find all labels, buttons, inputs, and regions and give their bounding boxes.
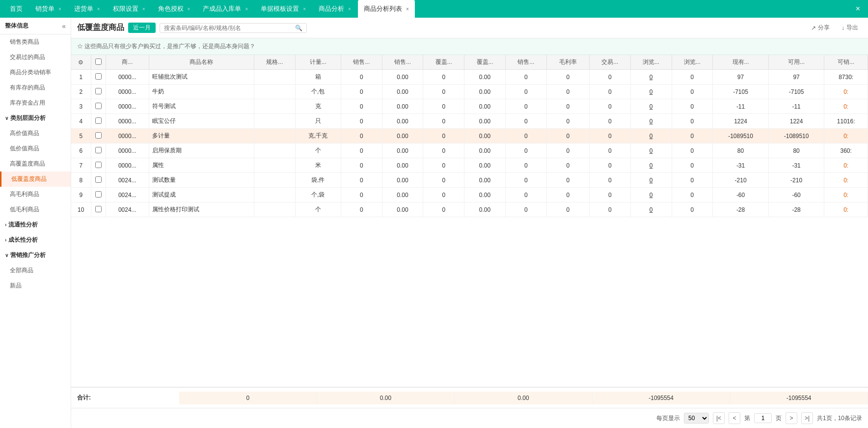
page-nav-next[interactable]: > — [786, 412, 797, 424]
close-tab-templates[interactable]: × — [303, 6, 306, 12]
sidebar-item-low-coverage[interactable]: 低覆盖度商品 — [0, 171, 71, 187]
time-filter-btn[interactable]: 近一月 — [128, 23, 156, 33]
col-name[interactable]: 商品名称 — [149, 55, 254, 70]
close-tab-permissions[interactable]: × — [142, 6, 145, 12]
sidebar-item-high-value[interactable]: 高价值商品 — [0, 126, 71, 141]
close-tab-sales[interactable]: × — [58, 6, 61, 12]
cell-trade: 0 — [589, 70, 630, 85]
cell-browse1[interactable]: 0 — [630, 85, 672, 99]
cell-checkbox[interactable] — [91, 202, 106, 217]
sidebar-item-all-goods[interactable]: 全部商品 — [0, 263, 71, 278]
search-icon[interactable]: 🔍 — [295, 25, 302, 31]
col-cov2[interactable]: 覆盖... — [464, 55, 506, 70]
col-spec[interactable]: 规格... — [254, 55, 295, 70]
sidebar-item-high-profit[interactable]: 高毛利商品 — [0, 187, 71, 202]
cell-checkbox[interactable] — [91, 99, 106, 114]
settings-icon[interactable]: ⚙ — [78, 59, 83, 66]
cell-checkbox[interactable] — [91, 114, 106, 129]
export-button[interactable]: ↓ 导出 — [838, 22, 862, 34]
cell-checkbox[interactable] — [91, 85, 106, 99]
sidebar-item-low-profit[interactable]: 低毛利商品 — [0, 202, 71, 217]
per-page-select[interactable]: 50 20 100 — [684, 413, 709, 424]
cell-browse1[interactable]: 0 — [630, 188, 672, 202]
cell-checkbox[interactable] — [91, 173, 106, 188]
sidebar-section-marketing[interactable]: ∨ 营销推广分析 — [0, 248, 71, 263]
col-sales-amt[interactable]: 销售... — [382, 55, 423, 70]
page-number-input[interactable] — [754, 413, 772, 423]
cell-cov2: 0.00 — [464, 114, 506, 129]
col-settings[interactable]: ⚙ — [71, 55, 91, 70]
close-tab-analysis-list[interactable]: × — [406, 6, 409, 12]
sidebar-section-growth[interactable]: › 成长性分析 — [0, 232, 71, 248]
select-all-checkbox[interactable] — [95, 58, 102, 65]
col-unit[interactable]: 计量... — [295, 55, 341, 70]
chevron-down-icon-2: ∨ — [5, 253, 8, 258]
cell-checkbox[interactable] — [91, 158, 106, 173]
nav-home[interactable]: 首页 — [4, 4, 28, 13]
page-nav-first[interactable]: |< — [713, 412, 725, 424]
cell-checkbox[interactable] — [91, 188, 106, 202]
cell-current: -210 — [713, 173, 769, 188]
cell-checkbox[interactable] — [91, 70, 106, 85]
cell-gross-rate: 0 — [546, 143, 589, 158]
nav-tab-products-in[interactable]: 产成品入库单 × — [197, 0, 254, 18]
cell-browse1[interactable]: 0 — [630, 114, 672, 129]
cell-unit: 个 — [295, 202, 341, 217]
col-available[interactable]: 可用... — [768, 55, 824, 70]
cell-no: 3 — [71, 99, 91, 114]
nav-tab-sales[interactable]: 销货单 × — [29, 0, 67, 18]
nav-tab-analysis-list[interactable]: 商品分析列表 × — [358, 0, 415, 18]
col-checkbox[interactable] — [91, 55, 106, 70]
sidebar-collapse-btn[interactable]: « — [62, 22, 66, 30]
col-sellable[interactable]: 可销... — [824, 55, 868, 70]
sidebar-item-traded-goods[interactable]: 交易过的商品 — [0, 50, 71, 65]
col-sales-qty[interactable]: 销售... — [341, 55, 382, 70]
col-current[interactable]: 现有... — [713, 55, 769, 70]
col-cov1[interactable]: 覆盖... — [423, 55, 464, 70]
page-nav-last[interactable]: >| — [801, 412, 813, 424]
cell-browse1[interactable]: 0 — [630, 158, 672, 173]
page-nav-prev[interactable]: < — [729, 412, 740, 424]
sidebar-item-new-goods[interactable]: 新品 — [0, 278, 71, 293]
close-tab-products-in[interactable]: × — [245, 6, 248, 12]
sidebar-item-low-value[interactable]: 低价值商品 — [0, 141, 71, 156]
nav-tab-analysis[interactable]: 商品分析 × — [313, 0, 357, 18]
sidebar-section-flow[interactable]: › 流通性分析 — [0, 217, 71, 232]
cell-browse1[interactable]: 0 — [630, 129, 672, 143]
search-input[interactable] — [164, 25, 293, 31]
cell-code: 0000... — [106, 158, 149, 173]
cell-browse1[interactable]: 0 — [630, 202, 672, 217]
close-all-tabs[interactable]: × — [852, 4, 864, 13]
cell-current: 80 — [713, 143, 769, 158]
cell-cov1: 0 — [423, 129, 464, 143]
nav-tab-templates[interactable]: 单据模板设置 × — [255, 0, 312, 18]
nav-tab-permissions[interactable]: 权限设置 × — [107, 0, 151, 18]
col-trade[interactable]: 交易... — [589, 55, 630, 70]
cell-browse1[interactable]: 0 — [630, 70, 672, 85]
cell-browse1[interactable]: 0 — [630, 99, 672, 114]
cell-unit: 个 — [295, 143, 341, 158]
share-button[interactable]: ↗ 分享 — [807, 22, 834, 34]
sidebar-item-sales-rate[interactable]: 商品分类动销率 — [0, 65, 71, 80]
col-browse1[interactable]: 浏览... — [630, 55, 672, 70]
sidebar-item-high-coverage[interactable]: 高覆盖度商品 — [0, 156, 71, 171]
col-sales-extra[interactable]: 销售... — [505, 55, 546, 70]
cell-browse1[interactable]: 0 — [630, 173, 672, 188]
close-tab-roles[interactable]: × — [188, 6, 190, 12]
close-tab-purchase[interactable]: × — [97, 6, 100, 12]
cell-checkbox[interactable] — [91, 129, 106, 143]
cell-checkbox[interactable] — [91, 143, 106, 158]
nav-tab-roles[interactable]: 角色授权 × — [152, 0, 196, 18]
col-browse2[interactable]: 浏览... — [672, 55, 713, 70]
sidebar-item-in-stock[interactable]: 有库存的商品 — [0, 80, 71, 95]
close-tab-analysis[interactable]: × — [348, 6, 351, 12]
col-gross-rate[interactable]: 毛利率 — [546, 55, 589, 70]
cell-current: -31 — [713, 158, 769, 173]
sidebar-item-stock-ratio[interactable]: 库存资金占用 — [0, 95, 71, 111]
col-code[interactable]: 商... — [106, 55, 149, 70]
cell-browse1[interactable]: 0 — [630, 143, 672, 158]
sidebar-item-sales-goods[interactable]: 销售类商品 — [0, 34, 71, 50]
nav-tab-purchase[interactable]: 进货单 × — [68, 0, 106, 18]
sidebar-section-category[interactable]: ∨ 类别层面分析 — [0, 111, 71, 126]
cell-sellable: 11016: — [824, 114, 868, 129]
